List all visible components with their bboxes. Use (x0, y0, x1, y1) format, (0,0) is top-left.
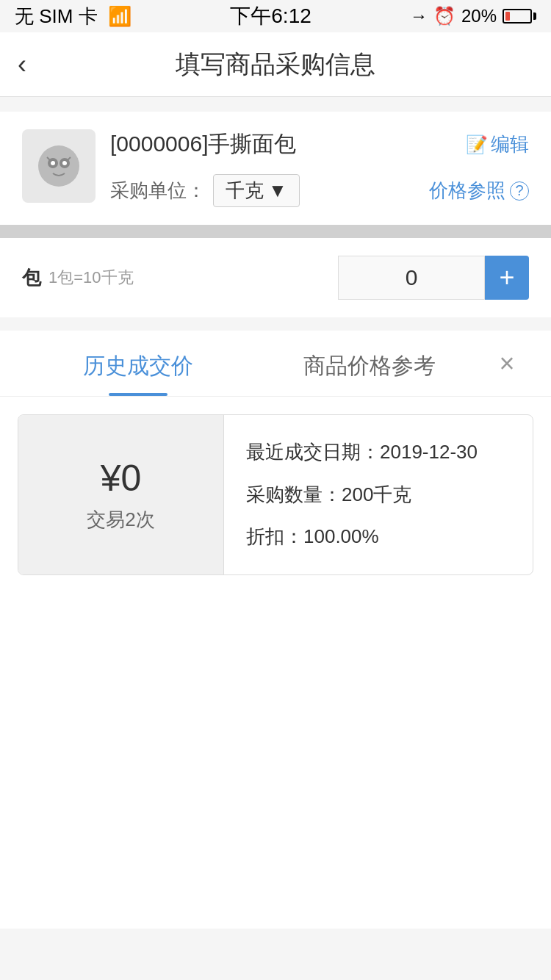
trade-card: ¥0 交易2次 最近成交日期：2019-12-30 采购数量：200千克 折扣：… (18, 414, 533, 575)
unit-badge: 包 (22, 265, 41, 291)
battery-percent: 20% (461, 6, 497, 26)
product-name: [0000006]手撕面包 (110, 129, 296, 159)
quantity-label: 包 1包=10千克 (22, 265, 134, 291)
tab-bar: 历史成交价 商品价格参考 × (0, 331, 551, 397)
alarm-icon: ⏰ (433, 6, 455, 26)
edit-button[interactable]: 📝 编辑 (466, 131, 529, 157)
unit-sub: 1包=10千克 (48, 267, 134, 289)
trade-date: 最近成交日期：2019-12-30 (246, 437, 511, 468)
product-info: [0000006]手撕面包 📝 编辑 采购单位： 千克 ▼ 价格参照 ? (110, 129, 529, 207)
unit-label: 采购单位： 千克 ▼ (110, 174, 300, 207)
edit-icon: 📝 (466, 134, 488, 155)
tab-content: ¥0 交易2次 最近成交日期：2019-12-30 采购数量：200千克 折扣：… (0, 414, 551, 929)
tab-history-price[interactable]: 历史成交价 (22, 331, 253, 396)
tab-price-reference[interactable]: 商品价格参考 (253, 331, 485, 396)
tab-close-button[interactable]: × (485, 342, 529, 386)
section-divider (0, 225, 551, 238)
trade-detail-section: 最近成交日期：2019-12-30 采购数量：200千克 折扣：100.00% (224, 415, 533, 574)
quantity-plus-button[interactable]: + (485, 256, 529, 300)
back-button[interactable]: ‹ (18, 49, 26, 80)
tab-panel: 历史成交价 商品价格参考 × ¥0 交易2次 最近成交日期：2019-12-30… (0, 331, 551, 929)
quantity-control: + (338, 256, 529, 300)
nav-bar: ‹ 填写商品采购信息 (0, 32, 551, 97)
status-carrier: 无 SIM 卡 📶 (15, 4, 132, 29)
battery-icon (503, 9, 536, 24)
status-time: 下午6:12 (230, 2, 311, 30)
trade-price-section: ¥0 交易2次 (18, 415, 224, 574)
quantity-input[interactable] (338, 256, 485, 300)
page-title: 填写商品采购信息 (176, 48, 375, 82)
svg-point-0 (38, 145, 79, 187)
unit-select[interactable]: 千克 ▼ (213, 174, 300, 207)
location-icon: → (410, 6, 428, 26)
help-icon: ? (510, 181, 529, 201)
price-ref-button[interactable]: 价格参照 ? (429, 178, 529, 203)
product-image (22, 129, 96, 203)
dropdown-icon: ▼ (268, 179, 287, 202)
product-name-row: [0000006]手撕面包 📝 编辑 (110, 129, 529, 159)
quantity-row: 包 1包=10千克 + (0, 238, 551, 317)
status-icons: → ⏰ 20% (410, 6, 536, 26)
trade-count: 交易2次 (87, 507, 154, 533)
trade-price: ¥0 (101, 457, 142, 500)
product-unit-row: 采购单位： 千克 ▼ 价格参照 ? (110, 174, 529, 207)
trade-discount: 折扣：100.00% (246, 522, 511, 552)
trade-quantity: 采购数量：200千克 (246, 480, 511, 511)
product-card: [0000006]手撕面包 📝 编辑 采购单位： 千克 ▼ 价格参照 ? (0, 112, 551, 225)
status-bar: 无 SIM 卡 📶 下午6:12 → ⏰ 20% (0, 0, 551, 32)
